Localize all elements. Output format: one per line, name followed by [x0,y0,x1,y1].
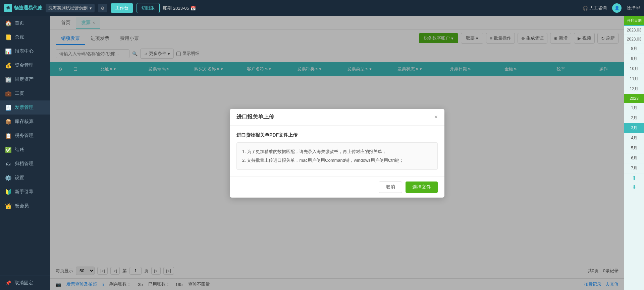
open-account-btn[interactable]: 开启日期 [624,16,644,25]
company-name: 沈海英测试经营勿删 [48,5,88,11]
sidebar-item-label: 总账 [15,34,24,40]
member-icon: 👑 [5,203,11,209]
calendar-icon[interactable]: 📅 [191,6,196,11]
archive-icon: 🗂 [5,161,11,167]
modal-close-btn[interactable]: × [434,114,438,121]
company-selector[interactable]: 沈海英测试经营勿删 ▾ [46,4,95,12]
period-item-0[interactable]: 2023.03 [624,26,644,35]
report-icon: 📊 [5,48,11,54]
period-item-7[interactable]: 2023 [624,94,644,103]
fund-icon: 💰 [5,62,11,68]
home-icon: 🏠 [5,20,11,26]
upload-info-box: 1. 为了更加精准的数据匹配，请先录入海关缴款书，再上传对应的报关单； 2. 支… [236,142,438,170]
period-item-11[interactable]: 4月 [624,133,644,143]
headset-icon: 🎧 [583,6,588,11]
period-item-3[interactable]: 9月 [624,54,644,64]
pin-icon: 📌 [5,280,11,286]
sidebar-item-ledger[interactable]: 📒 总账 [0,30,50,44]
modal-header: 进口报关单上传 × [230,109,444,126]
sidebar-item-asset[interactable]: 🏢 固定资产 [0,72,50,86]
sidebar-item-label: 发票管理 [15,104,34,111]
company-action-btn[interactable]: ⚙ [98,4,107,12]
sidebar-item-home[interactable]: 🏠 首页 [0,16,50,30]
sidebar-bottom: 📌 取消固定 [0,276,50,290]
right-panel: 开启日期 期间选择 2023.03 2023.03 8月 9月 10月 11月 … [624,16,644,290]
upload-info-item-1: 1. 为了更加精准的数据匹配，请先录入海关缴款书，再上传对应的报关单； [242,147,432,156]
main-layout: 🏠 首页 📒 总账 📊 报表中心 💰 资金管理 🏢 固定资产 💼 工资 [0,16,644,290]
user-avatar: 👤 [612,3,622,13]
period-item-9[interactable]: 2月 [624,113,644,123]
sidebar-item-label: 报表中心 [15,48,34,54]
top-bar-right: 🎧 人工咨询 👤 徐泽华 [583,3,640,13]
ledger-icon: 📒 [5,34,11,40]
sidebar-item-salary[interactable]: 💼 工资 [0,86,50,100]
modal-overlay[interactable]: 进口报关单上传 × 进口货物报关单PDF文件上传 1. 为了更加精准的数据匹配，… [50,16,624,290]
sidebar-item-inventory[interactable]: 📦 库存核算 [0,115,50,129]
sidebar-item-label: 设置 [15,175,24,181]
sidebar-item-archive[interactable]: 🗂 归档管理 [0,157,50,171]
sidebar-item-label: 首页 [15,20,24,26]
logo-icon: 畅 [4,4,12,12]
period-item-8[interactable]: 1月 [624,103,644,113]
settlement-icon: ✅ [5,147,11,153]
period-item-13[interactable]: 6月 [624,153,644,163]
period-item-5[interactable]: 11月 [624,74,644,84]
asset-icon: 🏢 [5,76,11,82]
sidebar-item-label: 资金管理 [15,62,34,68]
sidebar-item-guide[interactable]: 🔰 新手引导 [0,185,50,199]
modal-title: 进口报关单上传 [236,114,274,121]
invoice-icon: 🧾 [5,104,11,111]
period-info: 账期 2023-05 📅 [163,5,196,11]
select-file-btn[interactable]: 选择文件 [406,182,438,193]
user-name: 徐泽华 [627,5,640,11]
guide-icon: 🔰 [5,189,11,195]
inventory-icon: 📦 [5,119,11,125]
period-value: 2023-05 [173,6,189,11]
tax-icon: 📋 [5,133,11,139]
period-item-14[interactable]: 7月 [624,163,644,173]
sidebar-item-label: 新手引导 [15,189,34,195]
sidebar-item-member[interactable]: 👑 畅会员 [0,199,50,213]
sidebar-item-tax[interactable]: 📋 税务管理 [0,129,50,143]
upload-section-title: 进口货物报关单PDF文件上传 [236,132,438,138]
import-modal: 进口报关单上传 × 进口货物报关单PDF文件上传 1. 为了更加精准的数据匹配，… [230,109,444,198]
period-item-4[interactable]: 10月 [624,64,644,74]
period-item-6[interactable]: 12月 [624,84,644,94]
sidebar-item-label: 固定资产 [15,76,34,82]
sidebar-item-fund[interactable]: 💰 资金管理 [0,58,50,72]
sidebar-item-invoice[interactable]: 🧾 发票管理 [0,100,50,115]
collapse-up-btn[interactable]: ⬆ [624,173,644,183]
collapse-down-btn[interactable]: ⬇ [624,183,644,192]
sidebar-item-label: 库存核算 [15,119,34,125]
upload-info-item-2: 2. 支持批量上传进口报关单，mac用户使用Command键，windows用户… [242,156,432,165]
app-name: 畅捷通易代账 [14,5,42,11]
cancel-fixed-btn[interactable]: 📌 取消固定 [0,276,50,290]
switch-version-btn[interactable]: 切旧版 [137,3,160,13]
sidebar: 🏠 首页 📒 总账 📊 报表中心 💰 资金管理 🏢 固定资产 💼 工资 [0,16,50,290]
salary-icon: 💼 [5,90,11,96]
period-item-12[interactable]: 5月 [624,143,644,153]
content-area: 首页 发票 × 销项发票 进项发票 费用小票 [50,16,624,290]
sidebar-item-label: 归档管理 [15,161,34,167]
chevron-down-icon: ▾ [90,6,92,11]
sidebar-item-label: 畅会员 [15,203,29,209]
sidebar-item-label: 结账 [15,147,24,153]
sidebar-item-label: 税务管理 [15,133,34,139]
logo: 畅 畅捷通易代账 [4,4,42,12]
period-item-1[interactable]: 2023.03 [624,35,644,44]
period-item-2[interactable]: 8月 [624,44,644,54]
top-bar: 畅 畅捷通易代账 沈海英测试经营勿删 ▾ ⚙ 工作台 切旧版 账期 2023-0… [0,0,644,16]
modal-body: 进口货物报关单PDF文件上传 1. 为了更加精准的数据匹配，请先录入海关缴款书，… [230,126,444,176]
sidebar-item-settings[interactable]: ⚙️ 设置 [0,171,50,185]
sidebar-item-report[interactable]: 📊 报表中心 [0,44,50,58]
workbench-btn[interactable]: 工作台 [111,3,133,13]
sidebar-item-settlement[interactable]: ✅ 结账 [0,143,50,157]
modal-footer: 取消 选择文件 [230,176,444,198]
customer-service-btn[interactable]: 🎧 人工咨询 [583,5,607,11]
sidebar-item-label: 工资 [15,90,24,96]
period-item-10[interactable]: 3月 [624,123,644,133]
app-container: 畅 畅捷通易代账 沈海英测试经营勿删 ▾ ⚙ 工作台 切旧版 账期 2023-0… [0,0,644,290]
settings-icon: ⚙️ [5,175,11,181]
cancel-modal-btn[interactable]: 取消 [379,182,402,193]
